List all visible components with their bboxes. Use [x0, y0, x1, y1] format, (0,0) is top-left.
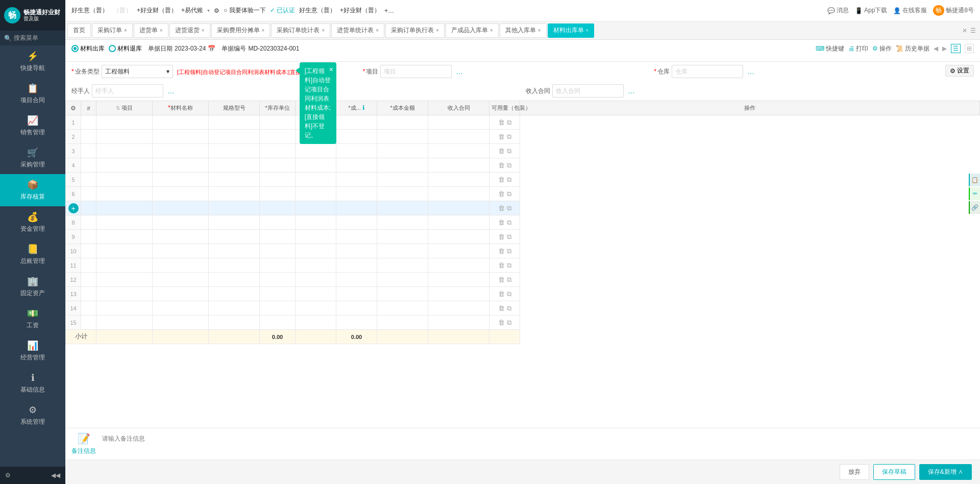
tab-home[interactable]: 首页	[67, 23, 91, 38]
project-input[interactable]: 项目	[380, 65, 452, 78]
notes-input[interactable]	[100, 432, 974, 453]
cell-project[interactable]	[81, 115, 96, 130]
cell-cost-amount[interactable]	[336, 215, 377, 230]
cell-cost-amount[interactable]	[336, 230, 377, 244]
cell-available[interactable]	[428, 301, 489, 316]
cell-cost[interactable]	[296, 187, 336, 201]
nav-good-business[interactable]: 好生意（普）	[71, 6, 108, 15]
delete-icon[interactable]: 🗑	[498, 233, 505, 240]
cell-quantity[interactable]	[260, 273, 296, 287]
sidebar-item-sales[interactable]: 📈 销售管理	[0, 110, 65, 142]
cell-available[interactable]	[428, 287, 489, 301]
delete-icon[interactable]: 🗑	[498, 190, 505, 198]
user-avatar[interactable]: 畅 畅捷通8号	[933, 5, 974, 16]
cell-spec[interactable]	[153, 115, 209, 130]
cell-income-contract[interactable]	[377, 244, 428, 258]
cell-unit[interactable]	[209, 130, 260, 144]
cell-available[interactable]	[428, 144, 489, 158]
sidebar-item-assets[interactable]: 🏢 固定资产	[0, 271, 65, 303]
tab-close-icon[interactable]: ×	[322, 28, 325, 33]
sidebar-item-finance[interactable]: 💰 资金管理	[0, 206, 65, 238]
cell-unit[interactable]	[209, 230, 260, 244]
info-icon[interactable]: ℹ	[362, 104, 365, 111]
cell-income-contract[interactable]	[377, 287, 428, 301]
cell-unit[interactable]	[209, 173, 260, 187]
cell-material[interactable]	[96, 316, 153, 330]
cell-quantity[interactable]	[260, 230, 296, 244]
delete-icon[interactable]: 🗑	[498, 219, 505, 226]
cell-quantity[interactable]	[260, 316, 296, 330]
copy-row-icon[interactable]: ⧉	[507, 276, 511, 284]
tab-purchase-exec[interactable]: 采购订单执行表 ×	[385, 23, 445, 38]
tab-close-icon[interactable]: ×	[124, 28, 127, 33]
cell-cost-amount[interactable]	[336, 287, 377, 301]
delete-icon[interactable]: 🗑	[498, 147, 505, 155]
cell-spec[interactable]	[153, 173, 209, 187]
cell-material[interactable]	[96, 244, 153, 258]
sidebar-item-contract[interactable]: 📋 项目合同	[0, 78, 65, 110]
cell-spec[interactable]	[153, 244, 209, 258]
cell-edit-2[interactable]	[96, 201, 153, 215]
cell-unit[interactable]	[209, 144, 260, 158]
cell-unit[interactable]	[209, 158, 260, 173]
cell-income-contract[interactable]	[377, 316, 428, 330]
cell-project[interactable]	[81, 144, 96, 158]
cell-available[interactable]	[428, 258, 489, 273]
cell-material[interactable]	[96, 115, 153, 130]
delete-icon[interactable]: 🗑	[498, 176, 505, 183]
cell-cost[interactable]	[296, 301, 336, 316]
copy-row-icon[interactable]: ⧉	[507, 147, 511, 155]
cell-cost-amount[interactable]	[336, 173, 377, 187]
cell-cost-amount[interactable]	[336, 130, 377, 144]
cell-project[interactable]	[81, 215, 96, 230]
cell-spec[interactable]	[153, 144, 209, 158]
cell-project[interactable]	[81, 287, 96, 301]
cell-material[interactable]	[96, 144, 153, 158]
cell-spec[interactable]	[153, 215, 209, 230]
collapse-icon[interactable]: ◀◀	[51, 472, 60, 479]
cell-material[interactable]	[96, 301, 153, 316]
delete-icon[interactable]: 🗑	[498, 290, 505, 298]
tab-purchase-stats[interactable]: 采购订单统计表 ×	[271, 23, 330, 38]
cell-available[interactable]	[428, 230, 489, 244]
copy-row-icon[interactable]: ⧉	[507, 304, 511, 312]
cell-available[interactable]	[428, 158, 489, 173]
cell-spec[interactable]	[153, 187, 209, 201]
cell-cost[interactable]	[296, 215, 336, 230]
copy-row-icon[interactable]: ⧉	[507, 261, 511, 270]
cell-unit[interactable]	[209, 273, 260, 287]
app-download-btn[interactable]: 📱 App下载	[855, 6, 887, 15]
cell-cost-amount[interactable]	[336, 316, 377, 330]
cell-spec[interactable]	[153, 158, 209, 173]
cell-income-contract[interactable]	[377, 158, 428, 173]
nav-good-finance[interactable]: +好业财（普）	[137, 6, 177, 15]
tab-incoming-return[interactable]: 进货退货 ×	[169, 23, 210, 38]
cell-quantity[interactable]	[260, 115, 296, 130]
cell-quantity[interactable]	[260, 215, 296, 230]
business-type-input[interactable]: 工程领料 ▾	[102, 65, 173, 78]
tooltip-close-btn[interactable]: ×	[329, 64, 333, 75]
sidebar-search[interactable]: 🔍 搜索菜单	[0, 31, 65, 45]
sidebar-item-inventory[interactable]: 📦 库存核算	[0, 174, 65, 206]
tab-purchase-expense[interactable]: 采购费用分摊单 ×	[211, 23, 271, 38]
cell-income-contract[interactable]	[377, 273, 428, 287]
cell-spec[interactable]	[153, 316, 209, 330]
nav-easy-bookkeeping[interactable]: +易代账	[181, 6, 203, 15]
sidebar-item-basic[interactable]: ℹ 基础信息	[0, 367, 65, 399]
cell-cost[interactable]	[296, 258, 336, 273]
cell-income-contract[interactable]	[377, 301, 428, 316]
save-new-button[interactable]: 保存&新增 ∧	[919, 464, 972, 480]
cell-income-contract[interactable]	[377, 144, 428, 158]
cell-project[interactable]	[81, 130, 96, 144]
cell-income-contract-active[interactable]	[377, 201, 428, 215]
cell-cost-amount[interactable]	[336, 187, 377, 201]
cell-cost[interactable]	[296, 144, 336, 158]
tab-product-inbound[interactable]: 产成品入库单 ×	[446, 23, 499, 38]
sidebar-item-salary[interactable]: 💵 工资	[0, 303, 65, 335]
cell-spec[interactable]	[153, 130, 209, 144]
copy-row-icon[interactable]: ⧉	[507, 176, 511, 184]
tab-close-icon[interactable]: ×	[538, 28, 541, 33]
nav-prev-icon[interactable]: ◀	[934, 45, 938, 52]
cell-unit[interactable]	[209, 187, 260, 201]
cell-project[interactable]	[81, 301, 96, 316]
